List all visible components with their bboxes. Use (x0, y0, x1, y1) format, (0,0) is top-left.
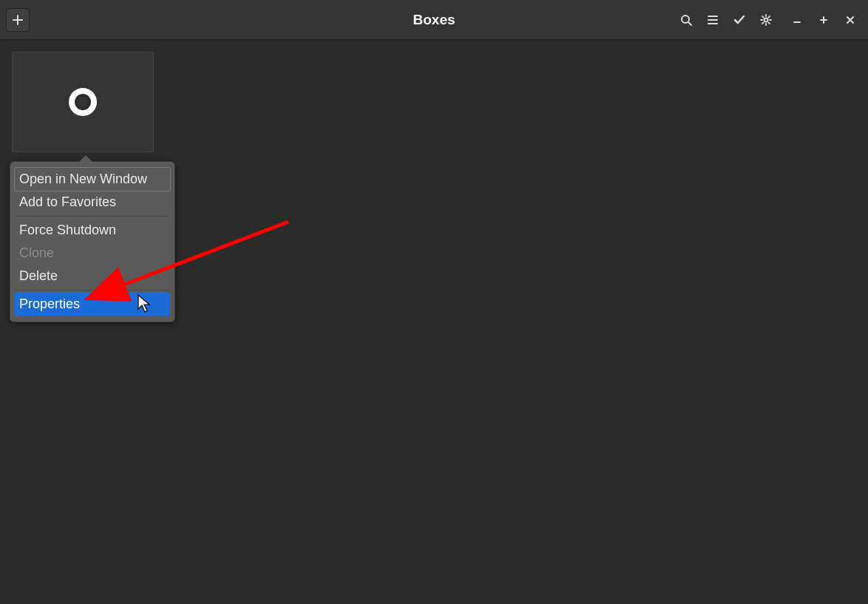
menu-properties[interactable]: Properties (15, 293, 170, 316)
window-controls (784, 8, 864, 32)
menu-delete[interactable]: Delete (15, 265, 170, 288)
menu-open-new-window[interactable]: Open in New Window (15, 168, 170, 191)
maximize-button[interactable] (812, 8, 835, 32)
menu-clone: Clone (15, 242, 170, 265)
list-view-button[interactable] (701, 8, 725, 32)
disc-icon (69, 88, 97, 116)
context-menu: Open in New Window Add to Favorites Forc… (10, 161, 175, 322)
search-icon (680, 14, 692, 26)
menu-force-shutdown[interactable]: Force Shutdown (15, 219, 170, 242)
svg-point-1 (764, 18, 768, 21)
minimize-icon (793, 16, 801, 24)
menu-add-favorites[interactable]: Add to Favorites (15, 191, 170, 214)
close-icon (846, 16, 855, 24)
minimize-button[interactable] (785, 8, 809, 32)
menu-separator (15, 290, 170, 291)
search-button[interactable] (674, 8, 698, 32)
new-button[interactable] (6, 8, 30, 32)
select-button[interactable] (728, 8, 751, 32)
close-button[interactable] (838, 8, 862, 32)
vm-thumbnail[interactable] (12, 52, 154, 152)
plus-icon (13, 15, 23, 25)
preferences-button[interactable] (754, 8, 778, 32)
check-icon (733, 14, 745, 26)
gear-icon (760, 14, 772, 26)
list-icon (707, 14, 719, 26)
maximize-icon (819, 16, 828, 24)
window-title: Boxes (413, 12, 455, 28)
headerbar: Boxes (0, 0, 868, 40)
menu-separator (15, 216, 170, 217)
header-right (673, 8, 864, 32)
